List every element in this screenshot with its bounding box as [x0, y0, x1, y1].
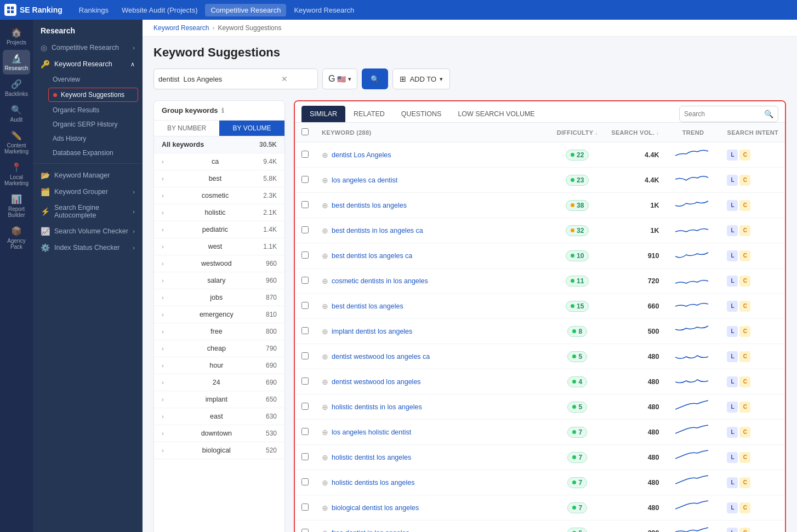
group-item-24[interactable]: › 24 690	[154, 374, 284, 391]
group-item-jobs[interactable]: › jobs 870	[154, 289, 284, 306]
plus-icon[interactable]: ⊕	[322, 201, 328, 210]
plus-icon[interactable]: ⊕	[322, 377, 328, 386]
keyword-link[interactable]: ⊕ biological dentist los angeles	[322, 504, 543, 512]
group-item-hour[interactable]: › hour 690	[154, 357, 284, 374]
add-to-button[interactable]: ⊞ ADD TO ▾	[392, 68, 450, 89]
plus-icon[interactable]: ⊕	[322, 251, 328, 260]
plus-icon[interactable]: ⊕	[322, 478, 328, 487]
row-checkbox[interactable]	[301, 277, 309, 284]
toggle-by-number[interactable]: BY NUMBER	[154, 121, 219, 136]
nav-competitive-research[interactable]: Competitive Research	[205, 4, 286, 16]
row-checkbox[interactable]	[301, 529, 309, 533]
plus-icon[interactable]: ⊕	[322, 352, 328, 361]
plus-icon[interactable]: ⊕	[322, 302, 328, 311]
row-checkbox[interactable]	[301, 403, 309, 410]
tab-related[interactable]: RELATED	[345, 106, 393, 122]
sidebar-sub-organic-results[interactable]: Organic Results	[33, 103, 143, 117]
keyword-link[interactable]: ⊕ best dentist los angeles ca	[322, 251, 543, 260]
google-flag-selector[interactable]: G 🇺🇸 ▾	[322, 68, 357, 89]
keyword-link[interactable]: ⊕ cosmetic dentists in los angeles	[322, 277, 543, 285]
row-checkbox[interactable]	[301, 151, 309, 158]
plus-icon[interactable]: ⊕	[322, 428, 328, 437]
search-input[interactable]	[158, 75, 279, 83]
tab-search-input[interactable]	[684, 110, 761, 118]
plus-icon[interactable]: ⊕	[322, 504, 328, 512]
group-item-implant[interactable]: › implant 650	[154, 391, 284, 408]
keyword-link[interactable]: ⊕ implant dentist los angeles	[322, 327, 543, 336]
group-item-cheap[interactable]: › cheap 790	[154, 340, 284, 357]
row-checkbox[interactable]	[301, 226, 309, 233]
keyword-link[interactable]: ⊕ dentist westwood los angeles ca	[322, 352, 543, 361]
row-checkbox[interactable]	[301, 352, 309, 359]
sidebar-sub-organic-serp[interactable]: Organic SERP History	[33, 117, 143, 131]
row-checkbox[interactable]	[301, 478, 309, 485]
tab-questions[interactable]: QUESTIONS	[393, 106, 450, 122]
group-item-all[interactable]: All keywords 30.5K	[154, 136, 284, 153]
rail-report[interactable]: 📊 Report Builder	[3, 191, 30, 221]
plus-icon[interactable]: ⊕	[322, 453, 328, 462]
group-item-pediatric[interactable]: › pediatric 1.4K	[154, 221, 284, 238]
group-item-biological[interactable]: › biological 520	[154, 442, 284, 459]
plus-icon[interactable]: ⊕	[322, 226, 328, 235]
sidebar-item-search-volume[interactable]: 📈 Search Volume Checker ›	[33, 223, 143, 239]
sidebar-sub-keyword-suggestions[interactable]: Keyword Suggestions	[48, 88, 138, 102]
tab-similar[interactable]: SIMILAR	[301, 106, 345, 122]
rail-research[interactable]: 🔬 Research	[3, 50, 30, 75]
sidebar-item-keyword-research[interactable]: 🔑 Keyword Research ∧	[33, 56, 143, 72]
search-button[interactable]: 🔍	[362, 68, 388, 89]
nav-rankings[interactable]: Rankings	[73, 4, 114, 16]
group-item-ca[interactable]: › ca 9.4K	[154, 153, 284, 170]
row-checkbox[interactable]	[301, 377, 309, 385]
keyword-link[interactable]: ⊕ holistic dentists los angeles	[322, 478, 543, 487]
group-item-emergency[interactable]: › emergency 810	[154, 306, 284, 323]
group-item-holistic[interactable]: › holistic 2.1K	[154, 204, 284, 221]
nav-keyword-research[interactable]: Keyword Research	[288, 4, 360, 16]
row-checkbox[interactable]	[301, 504, 309, 511]
keyword-link[interactable]: ⊕ los angeles ca dentist	[322, 176, 543, 185]
plus-icon[interactable]: ⊕	[322, 403, 328, 411]
plus-icon[interactable]: ⊕	[322, 176, 328, 185]
select-all-checkbox[interactable]	[301, 128, 309, 135]
rail-audit[interactable]: 🔍 Audit	[3, 101, 30, 126]
group-item-free[interactable]: › free 800	[154, 323, 284, 340]
sidebar-sub-overview[interactable]: Overview	[33, 72, 143, 87]
rail-content[interactable]: ✏️ Content Marketing	[3, 127, 30, 158]
row-checkbox[interactable]	[301, 176, 309, 183]
rail-projects[interactable]: 🏠 Projects	[3, 24, 30, 49]
keyword-link[interactable]: ⊕ best dentists in los angeles ca	[322, 226, 543, 235]
sidebar-sub-ads-history[interactable]: Ads History	[33, 131, 143, 146]
breadcrumb-kw-research[interactable]: Keyword Research	[153, 24, 209, 32]
toggle-by-volume[interactable]: BY VOLUME	[219, 121, 284, 136]
sidebar-item-search-engine[interactable]: ⚡ Search Engine Autocomplete ›	[33, 200, 143, 223]
group-item-salary[interactable]: › salary 960	[154, 272, 284, 289]
keyword-link[interactable]: ⊕ dentist Los Angeles	[322, 151, 543, 159]
th-difficulty[interactable]: DIFFICULTY	[550, 123, 605, 142]
tab-low-search-volume[interactable]: LOW SEARCH VOLUME	[449, 106, 543, 122]
sidebar-sub-db-expansion[interactable]: Database Expansion	[33, 146, 143, 160]
row-checkbox[interactable]	[301, 327, 309, 334]
sidebar-item-keyword-manager[interactable]: 📂 Keyword Manager	[33, 167, 143, 184]
keyword-link[interactable]: ⊕ holistic dentists in los angeles	[322, 403, 543, 411]
rail-local[interactable]: 📍 Local Marketing	[3, 159, 30, 190]
sidebar-item-index-status[interactable]: ⚙️ Index Status Checker ›	[33, 239, 143, 256]
row-checkbox[interactable]	[301, 201, 309, 208]
keyword-link[interactable]: ⊕ dentist westwood los angeles	[322, 377, 543, 386]
plus-icon[interactable]: ⊕	[322, 529, 328, 533]
keyword-link[interactable]: ⊕ best dentists los angeles	[322, 201, 543, 210]
nav-website-audit[interactable]: Website Audit (Projects)	[116, 4, 203, 16]
group-item-east[interactable]: › east 630	[154, 408, 284, 425]
group-item-cosmetic[interactable]: › cosmetic 2.3K	[154, 187, 284, 204]
plus-icon[interactable]: ⊕	[322, 151, 328, 159]
keyword-link[interactable]: ⊕ holistic dentist los angeles	[322, 453, 543, 462]
keyword-link[interactable]: ⊕ los angeles holistic dentist	[322, 428, 543, 437]
group-item-downtown[interactable]: › downtown 530	[154, 425, 284, 442]
row-checkbox[interactable]	[301, 302, 309, 309]
th-search-vol[interactable]: SEARCH VOL.	[605, 123, 665, 142]
plus-icon[interactable]: ⊕	[322, 327, 328, 336]
row-checkbox[interactable]	[301, 251, 309, 259]
group-item-west[interactable]: › west 1.1K	[154, 238, 284, 255]
plus-icon[interactable]: ⊕	[322, 277, 328, 285]
rail-backlinks[interactable]: 🔗 Backlinks	[3, 76, 30, 100]
keyword-link[interactable]: ⊕ best dentist los angeles	[322, 302, 543, 311]
clear-button[interactable]: ✕	[279, 75, 290, 83]
